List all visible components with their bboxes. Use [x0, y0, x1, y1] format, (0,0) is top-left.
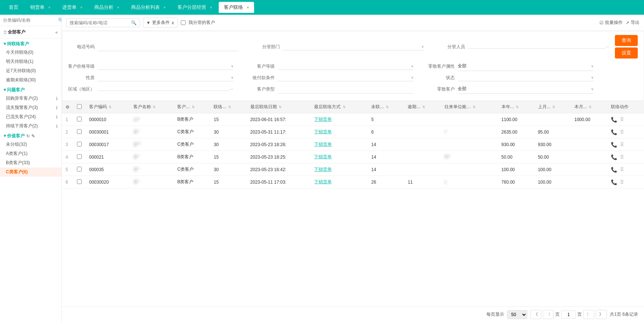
- dots-icon[interactable]: ···: [605, 44, 609, 49]
- cell-this-month: [571, 163, 607, 176]
- filter-input-customer-type[interactable]: [278, 85, 414, 93]
- filter-input-region: [98, 88, 230, 91]
- phone-icon[interactable]: 📞: [611, 179, 617, 185]
- row-checkbox[interactable]: [77, 117, 82, 121]
- gear-icon[interactable]: ⚙: [66, 105, 70, 110]
- sidebar-search-input[interactable]: [3, 18, 58, 23]
- nav-tab-purchase[interactable]: 进货单 ×: [57, 2, 88, 13]
- sidebar-group-pending-label[interactable]: ▾ 待联络客户: [0, 39, 61, 48]
- nav-tab-customer-tier[interactable]: 客户分层经营 ×: [172, 2, 217, 13]
- cell-not-contact: 5: [367, 113, 404, 126]
- page-size-select[interactable]: 50 20 100: [507, 310, 527, 319]
- nav-tab-goods-analysis-list[interactable]: 商品分析列表 ×: [126, 2, 171, 13]
- filter-select-status[interactable]: ∨: [458, 74, 594, 81]
- filter-select-retail-customer[interactable]: 全部 ∨: [458, 84, 594, 94]
- filter-select-dept[interactable]: ∨: [283, 43, 424, 50]
- sidebar-item-a-class[interactable]: A类客户(1): [0, 149, 61, 158]
- row-checkbox[interactable]: [77, 154, 82, 159]
- chevron-down-icon: ∨: [591, 75, 594, 79]
- cell-name: 某*: [130, 176, 174, 188]
- select-all-checkbox[interactable]: [77, 104, 82, 109]
- phone-icon[interactable]: 📞: [611, 167, 617, 173]
- row-checkbox[interactable]: [77, 129, 82, 134]
- close-icon[interactable]: ×: [117, 5, 119, 10]
- more-action-icon[interactable]: ⠿: [620, 154, 624, 160]
- close-icon[interactable]: ×: [247, 5, 249, 10]
- sidebar-item-lost[interactable]: 已流失客户(24) ℹ: [0, 112, 61, 121]
- more-action-icon[interactable]: ⠿: [620, 142, 624, 148]
- contact-method-link[interactable]: 下销货单: [314, 179, 332, 184]
- sidebar-item-losing[interactable]: 流失预警客户(3) ℹ: [0, 103, 61, 112]
- dots-icon[interactable]: ···: [230, 86, 233, 92]
- sidebar-group-value-label[interactable]: ▾ 价值客户 ↻ ✎: [0, 131, 61, 140]
- top-nav: 首页 销货单 × 进货单 × 商品分析 × 商品分析列表 × 客户分层经营 × …: [0, 0, 644, 15]
- close-icon[interactable]: ×: [210, 5, 212, 10]
- contact-method-link[interactable]: 下销货单: [314, 142, 332, 147]
- search-input[interactable]: [70, 20, 131, 25]
- contact-method-link[interactable]: 下销货单: [314, 167, 332, 172]
- sidebar-item-repurchase[interactable]: 回购异常客户(2) ℹ: [0, 94, 61, 103]
- table-row: 2 00030001 某* C类客户 30 2023-05-31 11:17: …: [62, 126, 644, 138]
- search-box[interactable]: 🔍: [66, 18, 140, 27]
- collapse-icon[interactable]: «: [55, 30, 58, 35]
- phone-icon[interactable]: 📞: [611, 154, 617, 160]
- sidebar-group-problem-label[interactable]: ▾ 问题客户: [0, 85, 61, 94]
- setting-button[interactable]: 设置: [615, 47, 638, 59]
- filter-select-customer-tier[interactable]: ∨: [278, 63, 414, 70]
- page-input[interactable]: [561, 311, 576, 319]
- sidebar-all[interactable]: :: 全部客户 «: [0, 26, 61, 39]
- search-icon[interactable]: 🔍: [58, 18, 62, 23]
- first-page-button[interactable]: 《: [530, 310, 541, 319]
- more-action-icon[interactable]: ⠿: [620, 167, 624, 173]
- close-icon[interactable]: ×: [163, 5, 166, 10]
- nav-tab-home[interactable]: 首页: [4, 2, 24, 13]
- cell-unit-amount: [441, 163, 498, 176]
- sidebar-item-b-class[interactable]: B类客户(33): [0, 158, 61, 167]
- more-filters-button[interactable]: ▼ 更多条件 ∧: [143, 18, 178, 28]
- row-checkbox[interactable]: [77, 142, 82, 146]
- filter-select-payment[interactable]: ∨: [278, 74, 414, 81]
- sidebar-item-continuous-down[interactable]: 持续下滑客户(2) ℹ: [0, 121, 61, 131]
- prev-page-button[interactable]: 〈: [543, 310, 554, 319]
- refresh-icon[interactable]: ↻: [26, 134, 30, 139]
- nav-tab-customer-contact[interactable]: 客户联络 ×: [219, 2, 254, 13]
- my-customers-checkbox[interactable]: 我分管的客户: [181, 20, 215, 26]
- next-page-button[interactable]: 〉: [583, 310, 594, 319]
- row-checkbox[interactable]: [77, 179, 82, 184]
- phone-icon[interactable]: 📞: [611, 129, 617, 135]
- last-page-button[interactable]: 》: [596, 310, 607, 319]
- filter-select-nature[interactable]: ∨: [98, 74, 233, 81]
- sidebar-item-c-class[interactable]: C类客户(6): [0, 167, 61, 177]
- edit-icon[interactable]: ✎: [31, 134, 35, 139]
- close-icon[interactable]: ×: [80, 5, 82, 10]
- filter-select-price-tier[interactable]: ∨: [98, 63, 233, 70]
- nav-tab-goods-analysis[interactable]: 商品分析 ×: [89, 2, 124, 13]
- filter-select-retail-attr[interactable]: 全部 ∨: [458, 61, 594, 71]
- query-button[interactable]: 查询: [615, 35, 638, 46]
- contact-method-link[interactable]: 下销货单: [314, 154, 332, 159]
- export-button[interactable]: ↗ 导出: [626, 20, 640, 26]
- more-action-icon[interactable]: ⠿: [620, 129, 624, 135]
- filter-input-phone[interactable]: [98, 43, 239, 51]
- contact-method-link[interactable]: 下销货单: [314, 117, 332, 122]
- cell-action: 📞 ⠿: [607, 151, 644, 163]
- my-customers-check[interactable]: [181, 20, 186, 25]
- table-footer: 每页显示 50 20 100 《 〈 页 页 〉 》 共1页 6条记录: [62, 307, 644, 322]
- sidebar-item-tomorrow[interactable]: 明天待联络(1): [0, 57, 61, 66]
- info-icon: ℹ: [56, 105, 58, 110]
- phone-icon[interactable]: 📞: [611, 142, 617, 148]
- cell-this-month: [571, 176, 607, 188]
- sidebar-item-ungrouped[interactable]: 未分组(32): [0, 140, 61, 149]
- more-action-icon[interactable]: ⠿: [620, 117, 624, 123]
- search-icon[interactable]: 🔍: [131, 20, 137, 25]
- close-icon[interactable]: ×: [48, 5, 50, 10]
- sidebar-item-overdue[interactable]: 逾期未联络(30): [0, 75, 61, 85]
- more-action-icon[interactable]: ⠿: [620, 179, 624, 185]
- sidebar-item-today[interactable]: 今天待联络(0): [0, 48, 61, 57]
- batch-op-button[interactable]: ☑ 批量操作: [599, 20, 623, 26]
- nav-tab-sales[interactable]: 销货单 ×: [25, 2, 56, 13]
- contact-method-link[interactable]: 下销货单: [314, 129, 332, 134]
- phone-icon[interactable]: 📞: [611, 117, 617, 123]
- row-checkbox[interactable]: [77, 167, 82, 171]
- sidebar-item-week[interactable]: 近7天待联络(0): [0, 66, 61, 75]
